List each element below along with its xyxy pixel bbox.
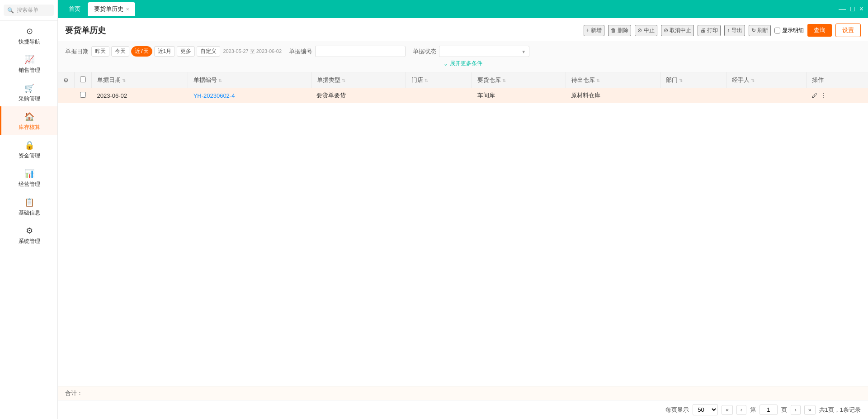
th-handler-label: 经手人 bbox=[732, 76, 750, 84]
row-order-type: 要货单要货 bbox=[311, 88, 406, 103]
tab-active[interactable]: 要货单历史 × bbox=[88, 2, 135, 16]
table-container: ⚙ 单据日期 ⇅ 单据编号 bbox=[58, 72, 868, 386]
settings-button[interactable]: 设置 bbox=[835, 24, 861, 37]
filter-status: 单据状态 ▼ bbox=[413, 46, 529, 57]
table-body: 2023-06-02 YH-20230602-4 要货单要货 车间库 原材料仓库… bbox=[58, 88, 868, 103]
tab-active-label: 要货单历史 bbox=[94, 5, 123, 13]
show-detail-label[interactable]: 显示明细 bbox=[774, 27, 804, 34]
sort-date-icon[interactable]: ⇅ bbox=[122, 78, 126, 83]
sort-order-type-icon[interactable]: ⇅ bbox=[342, 78, 345, 83]
query-button[interactable]: 查询 bbox=[807, 24, 832, 37]
th-order-no: 单据编号 ⇅ bbox=[188, 72, 311, 88]
operations-icon: 📊 bbox=[24, 169, 34, 179]
window-minimize-icon[interactable]: — bbox=[839, 5, 846, 13]
row-checkbox[interactable] bbox=[75, 88, 92, 103]
last-page-button[interactable]: » bbox=[804, 405, 816, 415]
expand-more-btn[interactable]: ⌄ 展开更多条件 bbox=[65, 60, 861, 67]
data-table: ⚙ 单据日期 ⇅ 单据编号 bbox=[58, 72, 868, 103]
page-size-label: 每页显示 bbox=[665, 406, 689, 414]
sidebar-search-bar[interactable]: 🔍 搜索菜单 bbox=[4, 5, 54, 16]
tab-close-icon[interactable]: × bbox=[126, 6, 129, 12]
th-req-warehouse: 要货仓库 ⇅ bbox=[472, 72, 566, 88]
date-btn-今天[interactable]: 今天 bbox=[111, 46, 129, 57]
sidebar-item-sales[interactable]: 📈 销售管理 bbox=[0, 49, 57, 78]
system-icon: ⚙ bbox=[26, 226, 33, 236]
prev-page-button[interactable]: ‹ bbox=[736, 405, 746, 415]
next-page-button[interactable]: › bbox=[791, 405, 801, 415]
select-all-checkbox[interactable] bbox=[80, 76, 86, 82]
sidebar-item-finance[interactable]: 🔒 资金管理 bbox=[0, 135, 57, 163]
sidebar-item-purchase[interactable]: 🛒 采购管理 bbox=[0, 78, 57, 106]
page-label: 第 bbox=[750, 406, 756, 414]
sort-handler-icon[interactable]: ⇅ bbox=[751, 78, 755, 83]
print-button[interactable]: 🖨 打印 bbox=[698, 25, 721, 36]
sort-store-icon[interactable]: ⇅ bbox=[425, 78, 428, 83]
status-label: 单据状态 bbox=[413, 48, 436, 56]
sidebar-item-inventory[interactable]: 🏠 库存核算 bbox=[0, 106, 57, 135]
row-date: 2023-06-02 bbox=[92, 88, 188, 103]
topbar-right-controls: — □ × bbox=[839, 5, 863, 13]
total-info: 共1页，1条记录 bbox=[819, 406, 861, 414]
sidebar: 🔍 搜索菜单 ⊙ 快捷导航📈 销售管理🛒 采购管理🏠 库存核算🔒 资金管理📊 经… bbox=[0, 0, 58, 419]
th-order-no-label: 单据编号 bbox=[193, 76, 217, 84]
export-button[interactable]: ↑ 导出 bbox=[724, 25, 745, 36]
refresh-button[interactable]: ↻ 刷新 bbox=[749, 25, 771, 36]
stop-button[interactable]: ⊘ 中止 bbox=[635, 25, 657, 36]
topbar: 首页 要货单历史 × — □ × bbox=[58, 0, 868, 18]
th-dest-warehouse: 待出仓库 ⇅ bbox=[566, 72, 660, 88]
row-more-icon[interactable]: ⋮ bbox=[821, 92, 827, 99]
tab-home[interactable]: 首页 bbox=[62, 2, 87, 16]
sidebar-label-system: 系统管理 bbox=[19, 238, 40, 245]
filter-order-no: 单据编号 bbox=[289, 46, 406, 57]
sort-department-icon[interactable]: ⇅ bbox=[679, 78, 683, 83]
sidebar-search-container[interactable]: 🔍 搜索菜单 bbox=[0, 0, 57, 21]
settings-icon[interactable]: ⚙ bbox=[63, 77, 69, 84]
sidebar-label-quick-nav: 快捷导航 bbox=[19, 38, 40, 46]
filter-row-1: 单据日期 昨天今天近7天近1月更多自定义 2023-05-27 至 2023-0… bbox=[65, 46, 861, 57]
delete-button[interactable]: 🗑 删除 bbox=[608, 25, 631, 36]
th-department: 部门 ⇅ bbox=[660, 72, 726, 88]
date-label: 单据日期 bbox=[65, 48, 89, 56]
row-order-no: YH-20230602-4 bbox=[188, 88, 311, 103]
sidebar-label-finance: 资金管理 bbox=[19, 152, 40, 160]
page-input[interactable] bbox=[760, 405, 778, 415]
order-no-input[interactable] bbox=[315, 46, 406, 57]
table-footer: 合计： bbox=[58, 386, 868, 400]
page-size-select[interactable]: 102050100 bbox=[693, 404, 718, 415]
sidebar-item-quick-nav[interactable]: ⊙ 快捷导航 bbox=[0, 21, 57, 49]
basic-icon: 📋 bbox=[24, 197, 34, 207]
sidebar-item-system[interactable]: ⚙ 系统管理 bbox=[0, 220, 57, 249]
th-action: 操作 bbox=[806, 72, 868, 88]
cancel-stop-button[interactable]: ⊘ 取消中止 bbox=[661, 25, 694, 36]
purchase-icon: 🛒 bbox=[24, 83, 34, 93]
content-area: 要货单历史 + 新增 🗑 删除 ⊘ 中止 ⊘ 取消中止 🖨 打印 ↑ 导出 ↻ … bbox=[58, 18, 868, 419]
date-btn-昨天[interactable]: 昨天 bbox=[91, 46, 109, 57]
row-store bbox=[406, 88, 472, 103]
first-page-button[interactable]: « bbox=[722, 405, 733, 415]
date-btn-近7天[interactable]: 近7天 bbox=[131, 46, 152, 57]
main-area: 首页 要货单历史 × — □ × 要货单历史 + 新增 🗑 删除 ⊘ 中止 ⊘ … bbox=[58, 0, 868, 419]
sidebar-item-basic[interactable]: 📋 基础信息 bbox=[0, 192, 57, 220]
window-maximize-icon[interactable]: □ bbox=[850, 5, 855, 13]
inventory-icon: 🏠 bbox=[24, 112, 34, 122]
sidebar-item-operations[interactable]: 📊 经营管理 bbox=[0, 163, 57, 192]
page-title: 要货单历史 bbox=[65, 25, 106, 36]
show-detail-checkbox[interactable] bbox=[774, 28, 780, 33]
sort-order-no-icon[interactable]: ⇅ bbox=[218, 78, 222, 83]
status-select[interactable] bbox=[439, 46, 529, 57]
page-header: 要货单历史 + 新增 🗑 删除 ⊘ 中止 ⊘ 取消中止 🖨 打印 ↑ 导出 ↻ … bbox=[58, 18, 868, 41]
row-select-checkbox[interactable] bbox=[80, 92, 86, 98]
date-btn-更多[interactable]: 更多 bbox=[177, 46, 195, 57]
row-actions: 🖊 ⋮ bbox=[806, 88, 868, 103]
date-range-display: 2023-05-27 至 2023-06-02 bbox=[223, 48, 282, 55]
date-btn-近1月[interactable]: 近1月 bbox=[154, 46, 175, 57]
order-no-link[interactable]: YH-20230602-4 bbox=[193, 92, 235, 99]
sort-dest-warehouse-icon[interactable]: ⇅ bbox=[596, 78, 600, 83]
window-close-icon[interactable]: × bbox=[859, 5, 863, 13]
date-btn-自定义[interactable]: 自定义 bbox=[197, 46, 220, 57]
row-edit-icon[interactable]: 🖊 bbox=[811, 92, 818, 99]
new-button[interactable]: + 新增 bbox=[584, 25, 604, 36]
page-unit: 页 bbox=[781, 406, 787, 414]
sort-req-warehouse-icon[interactable]: ⇅ bbox=[502, 78, 506, 83]
sidebar-label-basic: 基础信息 bbox=[19, 209, 40, 217]
